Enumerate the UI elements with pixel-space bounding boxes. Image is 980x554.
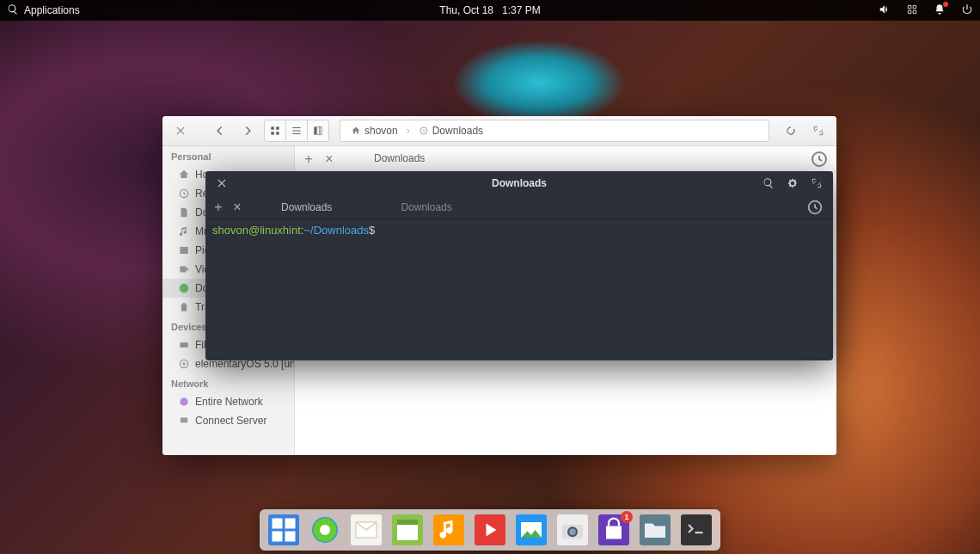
svg-rect-2 xyxy=(271,132,274,135)
tab-downloads[interactable]: Downloads xyxy=(340,146,459,171)
prompt-symbol: $ xyxy=(369,224,375,237)
prompt-path: ~/Downloads xyxy=(303,224,369,237)
terminal-tab-2[interactable]: Downloads xyxy=(366,195,486,219)
svg-rect-21 xyxy=(285,519,296,529)
sidebar-item-connect[interactable]: Connect Server xyxy=(162,411,294,430)
dock-photos[interactable] xyxy=(514,513,548,547)
dock-videos[interactable] xyxy=(473,513,507,547)
terminal-tabs: + × Downloads Downloads xyxy=(205,195,833,219)
terminal-header: Downloads xyxy=(205,171,833,195)
svg-rect-16 xyxy=(181,418,187,423)
terminal-body[interactable]: shovon@linuxhint:~/Downloads$ xyxy=(205,219,833,360)
svg-rect-30 xyxy=(397,520,418,525)
dock-music[interactable] xyxy=(432,513,466,547)
svg-point-25 xyxy=(320,525,330,535)
svg-rect-5 xyxy=(317,126,320,134)
time-text: 1:37 PM xyxy=(502,4,541,16)
dock-mail[interactable] xyxy=(349,513,383,547)
svg-rect-41 xyxy=(606,526,622,539)
dock-files[interactable] xyxy=(638,513,672,547)
svg-point-14 xyxy=(183,363,185,365)
svg-point-13 xyxy=(180,360,187,367)
power-icon[interactable] xyxy=(961,3,973,18)
terminal-tab-1[interactable]: Downloads xyxy=(247,195,366,219)
view-column-button[interactable] xyxy=(307,120,329,142)
svg-rect-43 xyxy=(681,514,712,545)
view-grid-button[interactable] xyxy=(264,120,286,142)
network-icon[interactable] xyxy=(906,3,918,18)
svg-rect-22 xyxy=(273,532,283,542)
breadcrumb-home[interactable]: shovon xyxy=(346,123,403,138)
search-icon[interactable] xyxy=(759,174,778,193)
svg-rect-9 xyxy=(180,247,187,254)
close-tab-button[interactable]: × xyxy=(319,149,340,169)
terminal-title: Downloads xyxy=(492,177,547,189)
dock-multitask[interactable] xyxy=(266,513,301,547)
dock-camera[interactable] xyxy=(555,513,590,547)
history-icon[interactable] xyxy=(805,198,824,217)
breadcrumb-label: shovon xyxy=(364,125,398,137)
history-icon[interactable] xyxy=(809,149,830,169)
close-tab-button[interactable]: × xyxy=(228,198,247,217)
back-button[interactable] xyxy=(209,120,231,142)
svg-rect-20 xyxy=(273,519,283,529)
clock[interactable]: Thu, Oct 18 1:37 PM xyxy=(439,4,540,16)
prompt-host: linuxhint xyxy=(260,224,301,237)
svg-point-39 xyxy=(569,529,576,536)
dock-appcenter[interactable]: 1 xyxy=(597,513,631,547)
forward-button[interactable] xyxy=(236,120,259,142)
maximize-button[interactable] xyxy=(807,174,826,193)
path-bar[interactable]: shovon › Downloads xyxy=(340,120,769,142)
dock-calendar[interactable] xyxy=(390,513,425,547)
svg-rect-29 xyxy=(397,524,418,541)
svg-rect-6 xyxy=(320,126,322,134)
volume-icon[interactable] xyxy=(879,3,891,18)
svg-rect-4 xyxy=(314,126,316,134)
svg-rect-10 xyxy=(180,267,186,273)
notification-icon[interactable] xyxy=(934,3,946,18)
svg-point-35 xyxy=(525,526,530,530)
applications-menu[interactable]: Applications xyxy=(24,4,80,16)
gear-icon[interactable] xyxy=(783,174,802,193)
svg-rect-12 xyxy=(180,342,187,348)
dock: 1 xyxy=(260,509,720,551)
svg-rect-23 xyxy=(285,532,296,542)
top-panel: Applications Thu, Oct 18 1:37 PM xyxy=(0,0,980,21)
badge: 1 xyxy=(621,511,633,523)
new-tab-button[interactable]: + xyxy=(298,149,319,169)
svg-rect-3 xyxy=(276,132,279,135)
search-icon[interactable] xyxy=(7,3,19,18)
sidebar-item-network[interactable]: Entire Network xyxy=(162,392,294,411)
svg-point-11 xyxy=(180,284,189,293)
dock-browser[interactable] xyxy=(308,513,342,547)
sidebar-section-network: Network xyxy=(162,373,294,392)
close-button[interactable] xyxy=(212,174,231,193)
date-text: Thu, Oct 18 xyxy=(439,4,493,16)
svg-rect-0 xyxy=(271,126,274,130)
reload-button[interactable] xyxy=(780,120,802,142)
file-manager-tabs: + × Downloads xyxy=(295,146,836,172)
sidebar-section-personal: Personal xyxy=(162,146,294,165)
prompt-user: shovon xyxy=(212,224,248,237)
breadcrumb-downloads[interactable]: Downloads xyxy=(413,123,488,138)
maximize-button[interactable] xyxy=(807,120,830,142)
file-manager-toolbar: shovon › Downloads xyxy=(162,116,836,146)
chevron-right-icon: › xyxy=(407,125,410,137)
view-list-button[interactable] xyxy=(285,120,308,142)
breadcrumb-label: Downloads xyxy=(432,125,483,137)
close-button[interactable] xyxy=(169,120,192,142)
svg-rect-1 xyxy=(276,126,279,130)
svg-point-15 xyxy=(180,397,187,405)
terminal-window: Downloads + × Downloads Downloads shovon… xyxy=(205,171,833,360)
dock-terminal[interactable] xyxy=(679,513,714,547)
new-tab-button[interactable]: + xyxy=(209,198,228,217)
